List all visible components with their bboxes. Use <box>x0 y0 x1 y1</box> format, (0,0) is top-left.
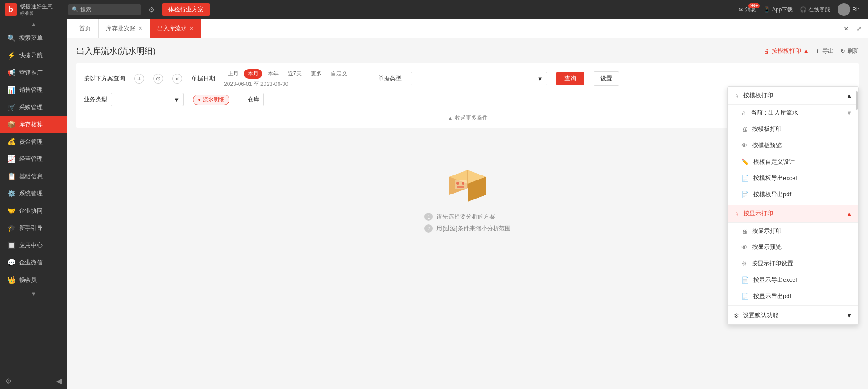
warehouse-label: 仓库 <box>248 95 259 104</box>
date-tab-custom[interactable]: 自定义 <box>327 69 351 79</box>
setting-button[interactable]: 设置 <box>594 71 619 86</box>
dropdown-display-preview[interactable]: 👁 按显示预览 <box>728 239 858 255</box>
dropdown-template-preview[interactable]: 👁 按模板预览 <box>728 137 858 154</box>
header-search-box[interactable]: 🔍 搜索 <box>68 4 141 15</box>
filter-collapse-btn[interactable]: « <box>172 74 182 84</box>
dropdown-divider <box>728 204 858 204</box>
lightning-icon: ⚡ <box>7 51 15 60</box>
dropdown-template-print[interactable]: 🖨 按模板打印 <box>728 121 858 137</box>
chevron-up-icon: ▲ <box>846 92 852 99</box>
sidebar-item-basic[interactable]: 📋 基础信息 <box>0 168 67 185</box>
graduation-icon: 🎓 <box>7 224 15 232</box>
tab-right-actions: ✕ ⤢ <box>842 24 863 33</box>
settings-bottom-icon[interactable]: ⚙ <box>5 377 12 385</box>
expand-window-btn[interactable]: ⤢ <box>854 24 863 33</box>
filter-add-btn[interactable]: + <box>134 74 144 84</box>
printer-icon: 🖨 <box>734 92 740 99</box>
voucher-type-label: 单据类型 <box>378 75 402 83</box>
tab-home[interactable]: 首页 <box>72 19 99 38</box>
sidebar-item-vip[interactable]: 👑 畅会员 <box>0 271 67 289</box>
date-tab-last-month[interactable]: 上月 <box>224 69 242 79</box>
item-label: 按显示导出excel <box>753 276 797 284</box>
sidebar-item-app-center[interactable]: 🔲 应用中心 <box>0 237 67 254</box>
settings-icon[interactable]: ⚙ <box>145 4 157 15</box>
dropdown-template-pdf[interactable]: 📄 按模板导出pdf <box>728 186 858 203</box>
sidebar-item-quick-nav[interactable]: ⚡ 快捷导航 <box>0 47 67 64</box>
tab-label: 出入库流水 <box>157 25 187 33</box>
sidebar-label: 系统管理 <box>19 190 43 198</box>
sidebar-label: 营销推广 <box>19 69 43 77</box>
printer-icon: 🖨 <box>734 210 740 217</box>
sidebar-item-sales[interactable]: 📊 销售管理 <box>0 81 67 99</box>
sidebar-item-marketing[interactable]: 📢 营销推广 <box>0 64 67 81</box>
app-download-item[interactable]: 📱 App下载 <box>763 6 793 14</box>
sidebar-label: 企业微信 <box>19 259 43 267</box>
sidebar-label: 企业协同 <box>19 207 43 215</box>
tab-flow[interactable]: 出入库流水 ✕ <box>150 19 201 38</box>
sidebar-item-collab[interactable]: 🤝 企业协同 <box>0 202 67 219</box>
refresh-label: 刷新 <box>847 47 859 55</box>
sidebar-item-guide[interactable]: 🎓 新手引导 <box>0 219 67 237</box>
dropdown-template-header[interactable]: 🖨 按模板打印 ▲ <box>728 87 858 105</box>
dropdown-display-print[interactable]: 🖨 按显示打印 <box>728 223 858 239</box>
item-label: 按模板导出pdf <box>753 190 791 199</box>
print-template-btn[interactable]: 🖨 按模板打印 ▲ <box>764 47 809 55</box>
item-label: 按模板预览 <box>752 141 782 150</box>
megaphone-icon: 📢 <box>7 69 15 77</box>
user-avatar[interactable]: Rit <box>838 3 859 16</box>
filter-set-btn[interactable]: ⊙ <box>153 74 163 84</box>
search-button[interactable]: 查询 <box>556 72 584 85</box>
trend-icon: 📈 <box>7 155 15 163</box>
online-service-item[interactable]: 🎧 在线客服 <box>800 6 830 14</box>
voucher-type-text: 单据类型 <box>378 75 402 82</box>
sidebar-item-operation[interactable]: 📈 经营管理 <box>0 150 67 168</box>
date-tab-more[interactable]: 更多 <box>307 69 325 79</box>
sidebar-item-system[interactable]: ⚙️ 系统管理 <box>0 185 67 202</box>
dropdown-scrollbar[interactable] <box>856 91 858 110</box>
dropdown-current-item[interactable]: 🖨 当前：出入库流水 ▼ <box>728 105 858 121</box>
dropdown-display-print-setting[interactable]: ⚙ 按显示打印设置 <box>728 255 858 272</box>
date-tab-this-month[interactable]: 本月 <box>244 69 262 79</box>
tab-batch-account[interactable]: 库存批次账 ✕ <box>99 19 150 38</box>
flow-detail-tag[interactable]: ● 流水明细 <box>193 95 229 105</box>
messages-item[interactable]: ✉ 消息 99+ <box>739 6 756 14</box>
dropdown-template-custom[interactable]: ✏️ 模板自定义设计 <box>728 154 858 170</box>
sidebar-item-search[interactable]: 🔍 搜索菜单 <box>0 30 67 47</box>
date-tab-7days[interactable]: 近7天 <box>284 69 305 79</box>
refresh-icon: ↻ <box>840 48 845 55</box>
tab-close-flow[interactable]: ✕ <box>190 25 194 31</box>
sidebar-item-purchase[interactable]: 🛒 采购管理 <box>0 99 67 116</box>
dropdown-display-header[interactable]: 🖨 按显示打印 ▲ <box>728 205 858 223</box>
date-filter-tabs: 上月 本月 本年 近7天 更多 自定义 <box>224 69 351 79</box>
collapse-sidebar-icon[interactable]: ◀ <box>56 377 62 385</box>
dropdown-default-header[interactable]: ⚙ 设置默认功能 ▼ <box>728 307 858 324</box>
trial-button[interactable]: 体验行业方案 <box>162 3 210 16</box>
tag-icon: ● <box>198 96 201 103</box>
edit-icon: ✏️ <box>741 158 749 165</box>
phone-icon: 📱 <box>763 6 770 13</box>
search-placeholder: 搜索 <box>80 6 91 14</box>
dropdown-divider-2 <box>728 305 858 306</box>
dropdown-display-pdf[interactable]: 📄 按显示导出pdf <box>728 288 858 304</box>
refresh-btn[interactable]: ↻ 刷新 <box>840 47 859 55</box>
sidebar-item-inventory[interactable]: 📦 库存核算 <box>0 116 67 133</box>
gear-icon: ⚙ <box>741 260 747 267</box>
sidebar-item-wechat[interactable]: 💬 企业微信 <box>0 254 67 271</box>
export-btn[interactable]: ⬆ 导出 <box>815 47 834 55</box>
sidebar-item-finance[interactable]: 💰 资金管理 <box>0 133 67 150</box>
dropdown-template-excel[interactable]: 📄 按模板导出excel <box>728 170 858 186</box>
sidebar-scroll-down[interactable]: ▼ <box>0 289 67 299</box>
empty-svg <box>440 161 495 206</box>
date-tab-this-year[interactable]: 本年 <box>264 69 282 79</box>
chevron-up-icon: ▲ <box>448 115 453 121</box>
tab-close-batch[interactable]: ✕ <box>138 25 142 31</box>
close-window-btn[interactable]: ✕ <box>842 24 851 33</box>
item-label: 按显示预览 <box>752 243 782 251</box>
sidebar-scroll-up[interactable]: ▲ <box>0 19 67 30</box>
export-label: 导出 <box>822 47 834 55</box>
messages-badge: 99+ <box>748 3 760 8</box>
voucher-type-select[interactable]: ▼ <box>411 72 547 85</box>
dropdown-display-excel[interactable]: 📄 按显示导出excel <box>728 272 858 288</box>
business-type-label: 业务类型 <box>84 95 107 104</box>
business-type-select[interactable]: ▼ <box>111 93 184 106</box>
